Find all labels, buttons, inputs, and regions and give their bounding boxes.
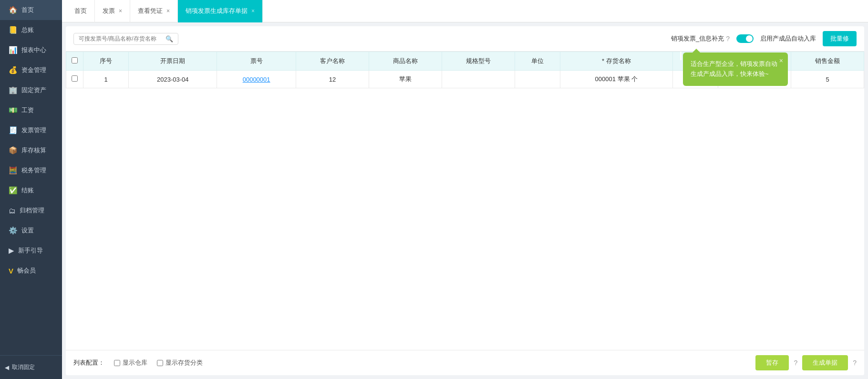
tab-home[interactable]: 首页 xyxy=(67,0,95,22)
sidebar-item-guide[interactable]: ▶ 新手引导 xyxy=(0,241,62,261)
footer-right: 暂存 ? 生成单据 ? xyxy=(755,355,857,370)
sidebar: 🏠 首页 📒 总账 📊 报表中心 💰 资金管理 🏢 固定资产 💵 工资 🧾 发票… xyxy=(0,0,62,379)
row-product: 苹果 xyxy=(369,71,442,88)
archive-icon: 🗂 xyxy=(9,207,16,215)
sidebar-item-label: 畅会员 xyxy=(17,266,36,275)
header-customer: 客户名称 xyxy=(296,52,369,71)
tooltip-cursor xyxy=(680,52,682,60)
header-ticket-no: 票号 xyxy=(217,52,296,71)
sidebar-item-label: 报表中心 xyxy=(21,46,46,54)
tab-invoice[interactable]: 发票 × xyxy=(95,0,130,22)
header-product: 商品名称 xyxy=(369,52,442,71)
row-unit xyxy=(515,71,560,88)
generate-help-icon[interactable]: ? xyxy=(853,359,857,367)
pin-icon: ◀ xyxy=(5,364,9,371)
sidebar-item-ledger[interactable]: 📒 总账 xyxy=(0,20,62,40)
sidebar-item-tax[interactable]: 🧮 税务管理 xyxy=(0,160,62,180)
close-books-icon: ✅ xyxy=(9,186,18,195)
generate-button[interactable]: 生成单据 xyxy=(802,355,848,370)
show-warehouse-label[interactable]: 显示仓库 xyxy=(114,358,147,367)
tab-sales-invoice-close[interactable]: × xyxy=(251,8,255,14)
sidebar-item-vip[interactable]: V 畅会员 xyxy=(0,261,62,281)
sidebar-item-assets[interactable]: 🏢 固定资产 xyxy=(0,80,62,100)
cancel-pin-label: 取消固定 xyxy=(12,363,35,371)
header-unit: 单位 xyxy=(515,52,560,71)
tab-invoice-label: 发票 xyxy=(103,7,115,15)
sidebar-item-inventory[interactable]: 📦 库存核算 xyxy=(0,140,62,160)
save-button[interactable]: 暂存 xyxy=(755,355,789,370)
sidebar-item-reports[interactable]: 📊 报表中心 xyxy=(0,40,62,60)
sidebar-item-label: 归档管理 xyxy=(20,206,44,215)
toolbar-right: 销项发票_信息补充 ? 启用产成品自动入库 批量修 xyxy=(671,31,857,46)
tab-voucher-label: 查看凭证 xyxy=(138,7,163,15)
row-seq: 1 xyxy=(83,71,129,88)
report-icon: 📊 xyxy=(9,46,18,54)
cancel-pin-button[interactable]: ◀ 取消固定 xyxy=(0,359,62,375)
search-input[interactable] xyxy=(79,35,163,42)
auto-inbound-toggle[interactable] xyxy=(736,34,754,43)
home-icon: 🏠 xyxy=(9,6,18,14)
sidebar-item-capital[interactable]: 💰 资金管理 xyxy=(0,60,62,80)
save-help-icon[interactable]: ? xyxy=(794,359,797,367)
tab-bar: 首页 发票 × 查看凭证 × 销项发票生成库存单据 × xyxy=(62,0,868,22)
sidebar-item-salary[interactable]: 💵 工资 xyxy=(0,100,62,120)
sidebar-item-settings[interactable]: ⚙️ 设置 xyxy=(0,221,62,241)
sidebar-item-label: 工资 xyxy=(21,106,34,115)
tab-sales-invoice[interactable]: 销项发票生成库存单据 × xyxy=(178,0,263,22)
header-amount: 销售金额 xyxy=(791,52,864,71)
content-area: 🔍 销项发票_信息补充 ? 启用产成品自动入库 批量修 xyxy=(66,26,864,375)
row-date: 2023-03-04 xyxy=(129,71,217,88)
show-category-label[interactable]: 显示存货分类 xyxy=(157,358,203,367)
footer: 列表配置： 显示仓库 显示存货分类 暂存 ? 生成单据 ? xyxy=(66,350,864,375)
assets-icon: 🏢 xyxy=(9,86,18,95)
toggle-label: 启用产成品自动入库 xyxy=(760,34,816,43)
header-inventory: * 存货名称 xyxy=(560,52,672,71)
row-spec xyxy=(442,71,515,88)
table-wrap: 序号 开票日期 票号 客户名称 商品名称 规格型号 单位 * 存货名称 数量 销… xyxy=(66,52,864,350)
ticket-no-link[interactable]: 00000001 xyxy=(243,76,270,83)
sidebar-item-label: 资金管理 xyxy=(21,66,46,74)
row-amount: 5 xyxy=(791,71,864,88)
sidebar-item-label: 首页 xyxy=(21,6,34,14)
info-help-icon[interactable]: ? xyxy=(726,35,730,42)
row-checkbox-cell xyxy=(66,71,83,88)
sidebar-item-label: 发票管理 xyxy=(21,126,46,135)
row-checkbox[interactable] xyxy=(72,75,78,82)
sidebar-item-invoice[interactable]: 🧾 发票管理 xyxy=(0,120,62,140)
capital-icon: 💰 xyxy=(9,66,18,74)
batch-edit-button[interactable]: 批量修 xyxy=(823,31,857,46)
tooltip-close-button[interactable]: × xyxy=(779,55,783,66)
inventory-icon: 📦 xyxy=(9,146,18,155)
tab-home-label: 首页 xyxy=(74,7,87,15)
invoice-icon: 🧾 xyxy=(9,126,18,135)
sidebar-item-label: 固定资产 xyxy=(21,86,46,95)
sidebar-item-label: 新手引导 xyxy=(18,246,43,255)
sidebar-item-label: 设置 xyxy=(21,226,34,235)
sidebar-item-close[interactable]: ✅ 结账 xyxy=(0,180,62,200)
header-spec: 规格型号 xyxy=(442,52,515,71)
sidebar-bottom: ◀ 取消固定 xyxy=(0,355,62,379)
tab-voucher-close[interactable]: × xyxy=(166,8,170,14)
row-ticket-no[interactable]: 00000001 xyxy=(217,71,296,88)
show-category-checkbox[interactable] xyxy=(157,360,163,366)
search-box[interactable]: 🔍 xyxy=(73,33,178,45)
sidebar-item-archive[interactable]: 🗂 归档管理 xyxy=(0,200,62,221)
show-warehouse-checkbox[interactable] xyxy=(114,360,120,366)
header-seq: 序号 xyxy=(83,52,129,71)
search-icon: 🔍 xyxy=(165,35,173,42)
tab-voucher[interactable]: 查看凭证 × xyxy=(130,0,178,22)
sidebar-item-home[interactable]: 🏠 首页 xyxy=(0,0,62,20)
header-checkbox-cell xyxy=(66,52,83,71)
salary-icon: 💵 xyxy=(9,106,18,115)
ledger-icon: 📒 xyxy=(9,26,18,34)
sidebar-item-label: 库存核算 xyxy=(21,146,46,155)
sidebar-item-label: 总账 xyxy=(21,26,34,34)
row-inventory[interactable]: 000001 苹果 个 xyxy=(560,71,672,88)
sidebar-item-label: 税务管理 xyxy=(21,166,46,175)
tab-sales-invoice-label: 销项发票生成库存单据 xyxy=(186,7,248,15)
main-area: 首页 发票 × 查看凭证 × 销项发票生成库存单据 × 🔍 销项发票_信息补充 xyxy=(62,0,868,379)
select-all-checkbox[interactable] xyxy=(72,57,78,63)
toolbar: 🔍 销项发票_信息补充 ? 启用产成品自动入库 批量修 xyxy=(66,26,864,52)
info-label: 销项发票_信息补充 ? xyxy=(671,34,730,43)
tab-invoice-close[interactable]: × xyxy=(119,8,122,14)
